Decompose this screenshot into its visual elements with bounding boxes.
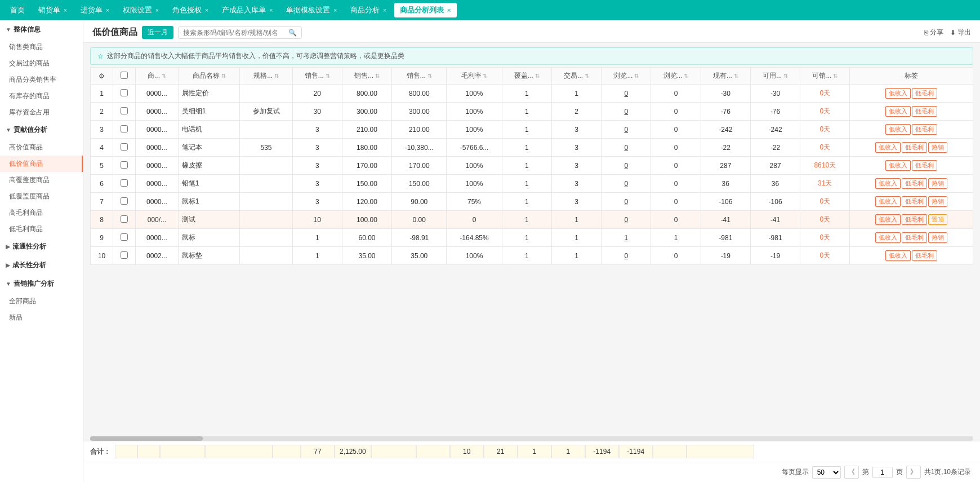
sidebar-item-low-coverage[interactable]: 低覆盖度商品 xyxy=(0,188,83,205)
col-name[interactable]: 商品名称 xyxy=(178,68,240,85)
nav-analysis-list[interactable]: 商品分析列表 × xyxy=(394,3,456,17)
row-checkbox-5[interactable] xyxy=(121,179,128,187)
sidebar-item-stock-capital[interactable]: 库存资金占用 xyxy=(0,104,83,121)
col-sales-amt[interactable]: 销售... xyxy=(342,68,391,85)
nav-close-template[interactable]: × xyxy=(333,7,337,14)
col-coverage[interactable]: 覆盖... xyxy=(502,68,551,85)
sidebar-group-overall[interactable]: ▼ 整体信息 xyxy=(0,20,83,39)
cell-checkbox[interactable] xyxy=(113,157,136,175)
sidebar-item-low-value[interactable]: 低价值商品 xyxy=(0,156,83,172)
col-view1[interactable]: 浏览... xyxy=(602,68,651,85)
sidebar-item-sales-products[interactable]: 销售类商品 xyxy=(0,39,83,55)
row-checkbox-7[interactable] xyxy=(121,215,128,223)
cell-view1[interactable]: 0 xyxy=(602,139,651,157)
sidebar-item-low-margin[interactable]: 低毛利商品 xyxy=(0,221,83,237)
nav-close-purchase[interactable]: × xyxy=(106,7,109,14)
cell-view1[interactable]: 0 xyxy=(602,121,651,139)
col-checkbox[interactable] xyxy=(113,68,136,85)
sidebar-item-high-coverage[interactable]: 高覆盖度商品 xyxy=(0,172,83,188)
page-number-input[interactable] xyxy=(872,467,893,478)
nav-close-role[interactable]: × xyxy=(205,7,208,14)
view1-link[interactable]: 0 xyxy=(624,126,628,134)
cell-view1[interactable]: 0 xyxy=(602,193,651,211)
row-checkbox-6[interactable] xyxy=(121,197,128,205)
col-settings[interactable]: ⚙ xyxy=(91,68,113,85)
nav-close-product-analysis[interactable]: × xyxy=(383,7,386,14)
sidebar-item-category-sales-rate[interactable]: 商品分类销售率 xyxy=(0,72,83,88)
cell-checkbox[interactable] xyxy=(113,193,136,211)
col-sales-qty[interactable]: 销售... xyxy=(292,68,342,85)
nav-product-analysis[interactable]: 商品分析 × xyxy=(345,3,392,17)
row-checkbox-3[interactable] xyxy=(121,143,128,151)
sidebar-group-contribution[interactable]: ▼ 贡献值分析 xyxy=(0,121,83,139)
filter-btn-recent-month[interactable]: 近一月 xyxy=(142,26,173,39)
nav-close-permission[interactable]: × xyxy=(155,7,159,14)
sidebar-group-circulation[interactable]: ▶ 流通性分析 xyxy=(0,237,83,256)
nav-role[interactable]: 角色授权 × xyxy=(167,3,214,17)
row-checkbox-1[interactable] xyxy=(121,107,128,114)
view1-link[interactable]: 0 xyxy=(624,144,628,152)
view1-link[interactable]: 1 xyxy=(624,234,628,242)
nav-purchase[interactable]: 进货单 × xyxy=(75,3,115,17)
col-available[interactable]: 可用... xyxy=(750,68,800,85)
select-all-checkbox[interactable] xyxy=(121,72,128,79)
col-trade[interactable]: 交易... xyxy=(551,68,601,85)
sidebar-item-all-products[interactable]: 全部商品 xyxy=(0,293,83,309)
view1-link[interactable]: 0 xyxy=(624,198,628,206)
cell-view1[interactable]: 0 xyxy=(602,175,651,193)
nav-close-product-stock[interactable]: × xyxy=(269,7,273,14)
cell-checkbox[interactable] xyxy=(113,247,136,265)
sidebar-group-marketing[interactable]: ▼ 营销推广分析 xyxy=(0,275,83,293)
per-page-select[interactable]: 50 100 xyxy=(812,466,841,479)
row-checkbox-0[interactable] xyxy=(121,89,128,96)
cell-checkbox[interactable] xyxy=(113,139,136,157)
cell-checkbox[interactable] xyxy=(113,85,136,103)
scroll-bar-thumb[interactable] xyxy=(90,436,203,441)
cell-view1[interactable]: 0 xyxy=(602,157,651,175)
cell-view1[interactable]: 0 xyxy=(602,85,651,103)
cell-checkbox[interactable] xyxy=(113,229,136,247)
view1-link[interactable]: 0 xyxy=(624,90,628,98)
col-code[interactable]: 商... xyxy=(135,68,178,85)
sidebar-group-growth[interactable]: ▶ 成长性分析 xyxy=(0,256,83,275)
view1-link[interactable]: 0 xyxy=(624,180,628,188)
view1-link[interactable]: 0 xyxy=(624,216,628,224)
row-checkbox-4[interactable] xyxy=(121,161,128,169)
sidebar-item-high-value[interactable]: 高价值商品 xyxy=(0,139,83,156)
sidebar-item-traded-products[interactable]: 交易过的商品 xyxy=(0,55,83,72)
sidebar-item-high-margin[interactable]: 高毛利商品 xyxy=(0,205,83,221)
prev-page-btn[interactable]: 《 xyxy=(844,466,859,479)
search-input[interactable] xyxy=(183,29,286,37)
view1-link[interactable]: 0 xyxy=(624,108,628,116)
col-current[interactable]: 现有... xyxy=(701,68,750,85)
sidebar-item-new-products[interactable]: 新品 xyxy=(0,309,83,326)
nav-template[interactable]: 单据模板设置 × xyxy=(280,3,342,17)
nav-home[interactable]: 首页 xyxy=(5,3,30,17)
row-checkbox-8[interactable] xyxy=(121,233,128,241)
cell-checkbox[interactable] xyxy=(113,211,136,229)
export-button[interactable]: ⬇ 导出 xyxy=(950,28,971,37)
next-page-btn[interactable]: 》 xyxy=(906,466,921,479)
nav-permission[interactable]: 权限设置 × xyxy=(117,3,164,17)
search-icon[interactable]: 🔍 xyxy=(288,29,297,37)
scroll-bar-track[interactable] xyxy=(90,436,973,441)
row-checkbox-9[interactable] xyxy=(121,251,128,259)
nav-close-sales[interactable]: × xyxy=(64,7,67,14)
view1-link[interactable]: 0 xyxy=(624,162,628,170)
scroll-bar-area[interactable] xyxy=(90,436,973,441)
share-button[interactable]: ⎘ 分享 xyxy=(924,28,943,37)
cell-view1[interactable]: 0 xyxy=(602,247,651,265)
col-sales-amt2[interactable]: 销售... xyxy=(392,68,447,85)
nav-close-analysis-list[interactable]: × xyxy=(447,7,451,14)
row-checkbox-2[interactable] xyxy=(121,125,128,132)
cell-view1[interactable]: 0 xyxy=(602,211,651,229)
cell-checkbox[interactable] xyxy=(113,121,136,139)
col-margin[interactable]: 毛利率 xyxy=(447,68,502,85)
cell-checkbox[interactable] xyxy=(113,103,136,121)
cell-checkbox[interactable] xyxy=(113,175,136,193)
sidebar-item-stocked-products[interactable]: 有库存的商品 xyxy=(0,88,83,104)
col-spec[interactable]: 规格... xyxy=(240,68,292,85)
view1-link[interactable]: 0 xyxy=(624,252,628,260)
col-saleable[interactable]: 可销... xyxy=(800,68,850,85)
cell-view1[interactable]: 0 xyxy=(602,103,651,121)
